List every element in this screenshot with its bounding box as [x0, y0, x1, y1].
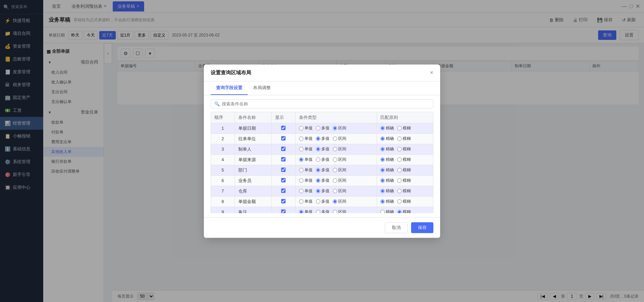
modal-body: 🔍 顺序 条件名称 显示 条件类型 匹配原则 1 单据日期	[204, 95, 440, 217]
row-show-5[interactable]	[272, 165, 296, 175]
modal-save-button[interactable]: 保存	[411, 222, 433, 233]
row-index-1: 1	[211, 123, 235, 133]
row-name-7: 仓库	[235, 186, 272, 196]
type-range-4[interactable]: 区间	[333, 157, 346, 162]
show-checkbox-4[interactable]	[281, 157, 286, 161]
row-name-9: 备注	[235, 207, 272, 213]
row-type-7: 单值 多值 区间	[295, 186, 377, 196]
settings-table-row: 2 往来单位 单值 多值 区间 精确	[211, 133, 433, 144]
row-type-5: 单值 多值 区间	[295, 165, 377, 175]
type-range-7[interactable]: 区间	[333, 188, 346, 194]
settings-table-row: 4 单据来源 单值 多值 区间 精确	[211, 154, 433, 165]
type-multi-7[interactable]: 多值	[316, 188, 329, 194]
type-multi-1[interactable]: 多值	[316, 125, 329, 131]
show-checkbox-1[interactable]	[281, 126, 286, 130]
type-single-6[interactable]: 单值	[299, 178, 313, 183]
row-show-7[interactable]	[272, 186, 296, 196]
type-multi-5[interactable]: 多值	[316, 167, 329, 173]
row-match-3: 精确 模糊	[377, 144, 433, 154]
row-show-4[interactable]	[272, 154, 296, 165]
type-multi-4[interactable]: 多值	[316, 157, 329, 162]
match-fuzzy-3[interactable]: 模糊	[397, 146, 411, 152]
col-header-show: 显示	[272, 112, 296, 123]
type-range-1[interactable]: 区间	[333, 125, 346, 131]
type-multi-8[interactable]: 多值	[316, 199, 329, 204]
type-single-1[interactable]: 单值	[299, 125, 313, 131]
row-show-1[interactable]	[272, 123, 296, 133]
match-fuzzy-4[interactable]: 模糊	[397, 157, 411, 162]
settings-table-row: 3 制单人 单值 多值 区间 精确	[211, 144, 433, 154]
type-range-9[interactable]: 区间	[333, 209, 346, 213]
row-type-4: 单值 多值 区间	[295, 154, 377, 165]
type-range-2[interactable]: 区间	[333, 136, 346, 142]
row-show-2[interactable]	[272, 133, 296, 144]
row-name-4: 单据来源	[235, 154, 272, 165]
type-multi-3[interactable]: 多值	[316, 146, 329, 152]
row-match-5: 精确 模糊	[377, 165, 433, 175]
match-exact-2[interactable]: 精确	[380, 136, 394, 142]
show-checkbox-7[interactable]	[281, 188, 286, 193]
show-checkbox-3[interactable]	[281, 147, 286, 151]
col-header-index: 顺序	[211, 112, 235, 123]
match-exact-9[interactable]: 精确	[380, 209, 394, 213]
show-checkbox-9[interactable]	[281, 209, 286, 213]
type-multi-6[interactable]: 多值	[316, 178, 329, 183]
row-index-3: 3	[211, 144, 235, 154]
match-exact-5[interactable]: 精确	[380, 167, 394, 173]
col-header-type: 条件类型	[295, 112, 377, 123]
match-exact-1[interactable]: 精确	[380, 125, 394, 131]
settings-table-row: 1 单据日期 单值 多值 区间 精确	[211, 123, 433, 133]
row-show-3[interactable]	[272, 144, 296, 154]
type-range-8[interactable]: 区间	[333, 199, 346, 204]
type-range-5[interactable]: 区间	[333, 167, 346, 173]
row-show-9[interactable]	[272, 207, 296, 213]
row-type-9: 单值 多值 区间	[295, 207, 377, 213]
modal-tabs: 查询字段设置 布局调整	[204, 81, 440, 95]
row-index-8: 8	[211, 196, 235, 207]
row-index-2: 2	[211, 133, 235, 144]
row-name-6: 业务员	[235, 175, 272, 186]
row-type-2: 单值 多值 区间	[295, 133, 377, 144]
match-fuzzy-6[interactable]: 模糊	[397, 178, 411, 183]
type-single-8[interactable]: 单值	[299, 199, 313, 204]
modal-tab-fields[interactable]: 查询字段设置	[211, 81, 248, 95]
type-range-6[interactable]: 区间	[333, 178, 346, 183]
type-multi-2[interactable]: 多值	[316, 136, 329, 142]
match-fuzzy-5[interactable]: 模糊	[397, 167, 411, 173]
modal-search-input[interactable]	[222, 101, 430, 106]
row-show-6[interactable]	[272, 175, 296, 186]
type-single-4[interactable]: 单值	[299, 157, 313, 162]
type-multi-9[interactable]: 多值	[316, 209, 329, 213]
match-exact-6[interactable]: 精确	[380, 178, 394, 183]
show-checkbox-2[interactable]	[281, 136, 286, 141]
row-show-8[interactable]	[272, 196, 296, 207]
row-match-8: 精确 模糊	[377, 196, 433, 207]
row-match-7: 精确 模糊	[377, 186, 433, 196]
type-single-5[interactable]: 单值	[299, 167, 313, 173]
modal-search-icon: 🔍	[214, 101, 220, 106]
modal-search-box[interactable]: 🔍	[211, 99, 433, 108]
type-single-2[interactable]: 单值	[299, 136, 313, 142]
modal-tab-layout[interactable]: 布局调整	[248, 81, 276, 95]
modal-cancel-button[interactable]: 取消	[385, 222, 408, 233]
match-fuzzy-1[interactable]: 模糊	[397, 125, 411, 131]
match-fuzzy-9[interactable]: 模糊	[397, 209, 411, 213]
match-exact-7[interactable]: 精确	[380, 188, 394, 194]
type-single-3[interactable]: 单值	[299, 146, 313, 152]
match-fuzzy-7[interactable]: 模糊	[397, 188, 411, 194]
type-single-9[interactable]: 单值	[299, 209, 313, 213]
match-fuzzy-8[interactable]: 模糊	[397, 199, 411, 204]
match-exact-3[interactable]: 精确	[380, 146, 394, 152]
show-checkbox-5[interactable]	[281, 168, 286, 172]
match-fuzzy-2[interactable]: 模糊	[397, 136, 411, 142]
match-exact-8[interactable]: 精确	[380, 199, 394, 204]
modal-close-button[interactable]: ×	[430, 69, 433, 76]
row-name-1: 单据日期	[235, 123, 272, 133]
type-range-3[interactable]: 区间	[333, 146, 346, 152]
show-checkbox-6[interactable]	[281, 178, 286, 182]
type-single-7[interactable]: 单值	[299, 188, 313, 194]
settings-table-body: 1 单据日期 单值 多值 区间 精确	[211, 123, 433, 213]
row-match-2: 精确 模糊	[377, 133, 433, 144]
match-exact-4[interactable]: 精确	[380, 157, 394, 162]
show-checkbox-8[interactable]	[281, 199, 286, 203]
